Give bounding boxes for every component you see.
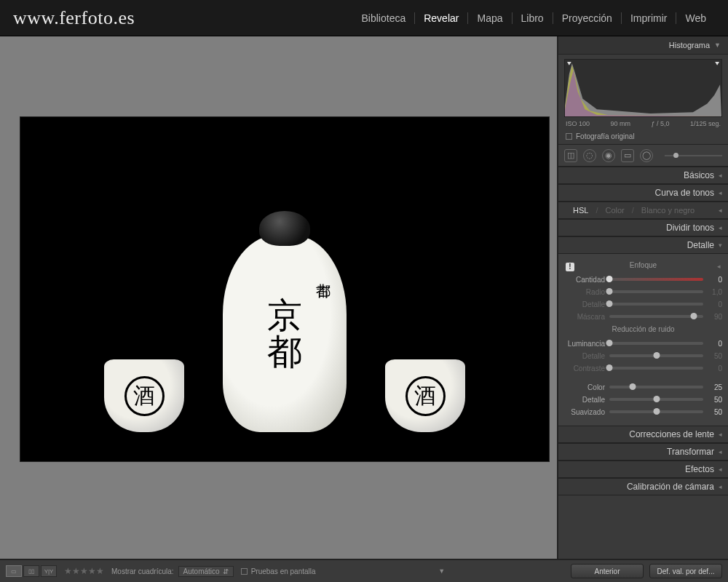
histogram-display[interactable] — [564, 59, 722, 117]
slider-contraste[interactable]: Contraste0 — [564, 362, 722, 374]
slider-track[interactable] — [609, 303, 703, 306]
radial-tool-icon[interactable]: ◯ — [640, 149, 653, 162]
collapse-icon: ◂ — [719, 207, 722, 214]
collapse-icon: ◂ — [719, 448, 722, 455]
hsl-tab[interactable]: HSL — [573, 206, 588, 215]
histogram-header[interactable]: Histograma ▼ — [558, 36, 728, 55]
slider-radio[interactable]: Radio1,0 — [564, 286, 722, 298]
compare-view-button[interactable]: ▯▯ — [23, 565, 39, 577]
slider-value: 0 — [708, 300, 722, 308]
slider-track[interactable] — [609, 315, 703, 318]
slider-track[interactable] — [609, 354, 703, 357]
slider-track[interactable] — [609, 278, 703, 281]
histogram-title: Histograma — [669, 41, 710, 49]
slider-detalle[interactable]: Detalle0 — [564, 298, 722, 310]
slider-detalle[interactable]: Detalle50 — [564, 394, 722, 405]
nav-print[interactable]: Imprimir — [622, 12, 677, 24]
collapse-icon: ◂ — [719, 172, 722, 179]
spot-tool-icon[interactable]: ◌ — [583, 149, 596, 162]
slider-luminancia[interactable]: Luminancia0 — [564, 338, 722, 349]
slider-suavizado[interactable]: Suavizado50 — [564, 406, 722, 418]
bottom-toolbar: ▭ ▯▯ Y|Y ★★★★★ Mostrar cuadrícula: Autom… — [0, 559, 728, 582]
panel-basics[interactable]: Básicos◂ — [558, 167, 728, 184]
tool-size-slider[interactable] — [665, 155, 722, 156]
bw-tab[interactable]: Blanco y negro — [641, 206, 695, 215]
slider-máscara[interactable]: Máscara90 — [564, 311, 722, 322]
nav-map[interactable]: Mapa — [468, 12, 512, 24]
view-mode-buttons: ▭ ▯▯ Y|Y — [6, 565, 57, 577]
slider-track[interactable] — [609, 367, 703, 370]
nav-web[interactable]: Web — [676, 12, 715, 24]
slider-track[interactable] — [609, 398, 703, 401]
collapse-icon[interactable]: ◂ — [717, 263, 721, 270]
photo-frame: 古都 京 都 酒 酒 — [20, 116, 550, 462]
loupe-view-button[interactable]: ▭ — [6, 565, 22, 577]
slider-value: 1,0 — [708, 288, 722, 296]
slider-track[interactable] — [609, 290, 703, 293]
panel-lens-corrections[interactable]: Correcciones de lente◂ — [558, 426, 728, 443]
before-after-button[interactable]: Y|Y — [41, 565, 57, 577]
exif-focal: 90 mm — [610, 120, 630, 127]
checkbox-icon — [241, 568, 248, 575]
sharpen-group: ! Enfoque ◂ — [564, 261, 722, 269]
nav-book[interactable]: Libro — [513, 12, 553, 24]
collapse-icon: ◂ — [719, 431, 722, 438]
slider-color[interactable]: Color25 — [564, 381, 722, 393]
rating-stars[interactable]: ★★★★★ — [64, 566, 104, 576]
grid-dropdown[interactable]: Automático⇵ — [178, 566, 234, 577]
collapse-icon: ◂ — [719, 466, 722, 473]
nav-library[interactable]: Biblioteca — [353, 12, 416, 24]
main-area: 古都 京 都 酒 酒 Histograma ▼ ISO 100 90 mm — [0, 36, 728, 559]
warning-icon[interactable]: ! — [566, 263, 574, 271]
slider-label: Color — [564, 383, 605, 391]
nav-slideshow[interactable]: Proyección — [553, 12, 622, 24]
sake-cup-left: 酒 — [104, 359, 184, 432]
previous-button[interactable]: Anterior — [571, 564, 644, 578]
module-nav: Biblioteca Revelar Mapa Libro Proyección… — [353, 12, 715, 24]
soft-proofing-check[interactable]: Pruebas en pantalla — [241, 567, 316, 575]
panel-calibration[interactable]: Calibración de cámara◂ — [558, 478, 728, 495]
slider-value: 90 — [708, 313, 722, 321]
slider-label: Suavizado — [564, 408, 605, 416]
svg-marker-0 — [567, 62, 571, 65]
exif-shutter: 1/125 seg. — [690, 120, 721, 127]
slider-track[interactable] — [609, 386, 703, 388]
sake-bottle: 古都 京 都 — [223, 236, 347, 432]
grid-overlay-selector: Mostrar cuadrícula: Automático⇵ — [111, 566, 234, 577]
panel-split-toning[interactable]: Dividir tonos◂ — [558, 219, 728, 236]
collapse-icon: ◂ — [719, 189, 722, 196]
toolbar-menu-icon[interactable]: ▼ — [438, 567, 445, 575]
slider-cantidad[interactable]: Cantidad0 — [564, 274, 722, 285]
redeye-tool-icon[interactable]: ◉ — [602, 149, 615, 162]
develop-panel: Histograma ▼ ISO 100 90 mm ƒ / 5,0 1/125… — [557, 36, 728, 559]
panel-detail[interactable]: Detalle▾ — [558, 236, 728, 254]
slider-track[interactable] — [609, 410, 703, 413]
slider-label: Cantidad — [564, 276, 605, 284]
brand-logo: www.ferfoto.es — [13, 7, 135, 29]
detail-panel-body: ! Enfoque ◂ Cantidad0Radio1,0Detalle0Más… — [558, 254, 728, 426]
slider-track[interactable] — [609, 342, 703, 345]
nav-develop[interactable]: Revelar — [415, 12, 468, 24]
panel-transform[interactable]: Transformar◂ — [558, 443, 728, 461]
slider-value: 0 — [708, 364, 722, 372]
slider-label: Máscara — [564, 313, 605, 321]
collapse-icon: ◂ — [719, 483, 722, 490]
local-adjust-tools: ◫ ◌ ◉ ▭ ◯ — [558, 145, 728, 167]
grid-label: Mostrar cuadrícula: — [111, 567, 174, 575]
panel-effects[interactable]: Efectos◂ — [558, 461, 728, 478]
slider-label: Detalle — [564, 352, 605, 360]
slider-detalle[interactable]: Detalle50 — [564, 350, 722, 362]
image-canvas[interactable]: 古都 京 都 酒 酒 — [0, 36, 557, 559]
panel-tone-curve[interactable]: Curva de tonos◂ — [558, 184, 728, 202]
cup-glyph: 酒 — [124, 376, 165, 416]
crop-tool-icon[interactable]: ◫ — [564, 149, 577, 162]
exif-bar: ISO 100 90 mm ƒ / 5,0 1/125 seg. — [558, 119, 728, 130]
exif-aperture: ƒ / 5,0 — [651, 120, 669, 127]
color-tab[interactable]: Color — [605, 206, 624, 215]
gradient-tool-icon[interactable]: ▭ — [621, 149, 634, 162]
original-photo-check[interactable]: Fotografía original — [558, 130, 728, 145]
panel-hsl[interactable]: HSL/ Color/ Blanco y negro ◂ — [558, 202, 728, 219]
chevron-down-icon: ▼ — [714, 41, 721, 49]
expand-icon: ▾ — [719, 242, 722, 249]
reset-defaults-button[interactable]: Def. val. por def... — [649, 564, 722, 578]
